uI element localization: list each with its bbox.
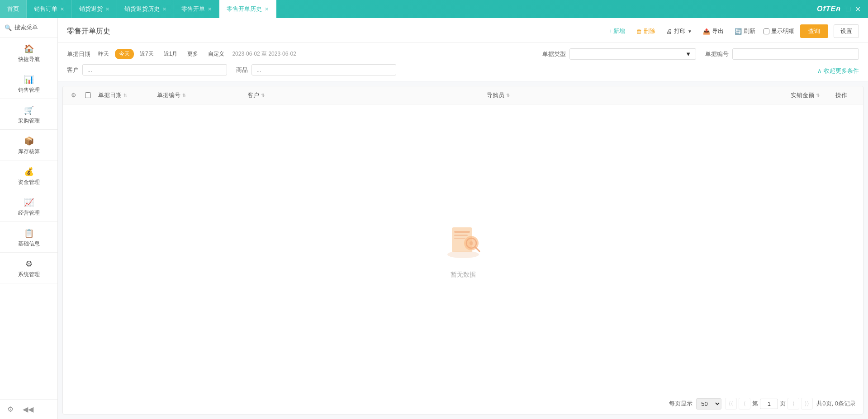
- doc-num-input[interactable]: [732, 48, 859, 60]
- add-button[interactable]: + 新增: [606, 25, 628, 37]
- doc-type-select[interactable]: ▼: [569, 48, 696, 60]
- tab-close-retail-open-history[interactable]: ✕: [265, 6, 269, 12]
- print-button[interactable]: 🖨 打印 ▼: [664, 25, 695, 37]
- goods-input[interactable]: ...: [251, 64, 396, 75]
- col-header-amount[interactable]: 实销金额 ⇅: [769, 91, 823, 99]
- sidebar-item-finance[interactable]: 💰 资金管理: [0, 160, 57, 191]
- tab-label-home: 首页: [7, 5, 19, 13]
- sidebar-item-system-mgmt[interactable]: ⚙ 系统管理: [0, 253, 57, 283]
- sidebar-item-sales-mgmt[interactable]: 📊 销售管理: [0, 68, 57, 99]
- filter-client: 客户 ...: [67, 64, 227, 75]
- tab-close-sales-order[interactable]: ✕: [60, 6, 64, 12]
- sidebar-label-purchase-mgmt: 采购管理: [18, 117, 40, 125]
- sidebar-icon-operations: 📈: [24, 198, 34, 207]
- tab-label-retail-open: 零售开单: [181, 5, 205, 13]
- tab-home[interactable]: 首页: [0, 0, 27, 18]
- sidebar-search[interactable]: 🔍 搜索采单: [0, 18, 57, 38]
- empty-state: 暂无数据: [63, 104, 863, 393]
- table-area: ⚙ 单据日期 ⇅ 单据编号 ⇅ 客户 ⇅: [62, 86, 863, 414]
- svg-rect-2: [454, 231, 470, 233]
- sidebar-label-operations: 经营管理: [18, 209, 40, 217]
- date-btn-custom[interactable]: 自定义: [204, 49, 228, 59]
- date-btn-more[interactable]: 更多: [183, 49, 202, 59]
- tab-sales-return[interactable]: 销货退货✕: [72, 0, 117, 18]
- filter-row-1: 单据日期 昨天 今天 近7天 近1月 更多 自定义 2023-06-02 至 2…: [67, 48, 859, 60]
- brand-logo: OfTEn: [817, 5, 841, 13]
- tab-close-sales-return[interactable]: ✕: [105, 6, 109, 12]
- table-select-all-checkbox[interactable]: [81, 92, 95, 98]
- goods-label: 商品: [236, 66, 248, 74]
- doc-type-label: 单据类型: [542, 50, 566, 58]
- sidebar-item-operations[interactable]: 📈 经营管理: [0, 191, 57, 222]
- sidebar-item-purchase-mgmt[interactable]: 🛒 采购管理: [0, 99, 57, 130]
- client-input[interactable]: ...: [82, 64, 227, 75]
- export-button[interactable]: 📤 导出: [700, 25, 726, 37]
- col-header-date[interactable]: 单据日期 ⇅: [95, 91, 153, 99]
- setting-button[interactable]: 设置: [834, 24, 859, 38]
- sidebar-item-basic-info[interactable]: 📋 基础信息: [0, 222, 57, 253]
- tab-retail-open[interactable]: 零售开单✕: [174, 0, 219, 18]
- client-label: 客户: [67, 66, 79, 74]
- col-client-sort-icon: ⇅: [261, 93, 265, 98]
- close-button[interactable]: ✕: [855, 5, 861, 14]
- tab-label-sales-order: 销售订单: [34, 5, 57, 13]
- sidebar-icon-system-mgmt: ⚙: [25, 259, 33, 269]
- pagination: 每页显示 50 10 20 100 ⟨⟨ ⟨ 第 页 ⟩ ⟩⟩ 共0页, 0条记…: [63, 393, 863, 414]
- date-filter-buttons: 昨天 今天 近7天 近1月 更多 自定义: [94, 49, 228, 59]
- tab-label-retail-open-history: 零售开单历史: [227, 5, 262, 13]
- maximize-button[interactable]: □: [846, 5, 850, 13]
- collapse-sidebar-icon[interactable]: ◀◀: [23, 405, 33, 414]
- col-num-label: 单据编号: [157, 91, 180, 99]
- last-page-button[interactable]: ⟩⟩: [801, 398, 813, 410]
- sidebar-label-inventory: 库存核算: [18, 148, 40, 155]
- svg-rect-3: [454, 235, 468, 236]
- svg-line-7: [476, 248, 479, 251]
- per-page-label: 每页显示: [669, 400, 693, 408]
- col-header-guide[interactable]: 导购员 ⇅: [483, 91, 537, 99]
- collapse-filter-button[interactable]: ∧ 收起更多条件: [817, 67, 859, 75]
- query-button[interactable]: 查询: [800, 24, 828, 38]
- sidebar-search-label: 搜索采单: [14, 24, 38, 32]
- doc-num-label: 单据编号: [705, 50, 729, 58]
- tab-sales-order[interactable]: 销售订单✕: [27, 0, 72, 18]
- next-page-button[interactable]: ⟩: [787, 398, 799, 410]
- delete-button[interactable]: 🗑 删除: [633, 25, 658, 37]
- sidebar-icon-inventory: 📦: [24, 136, 34, 146]
- per-page-select[interactable]: 50 10 20 100: [696, 398, 721, 410]
- settings-icon[interactable]: ⚙: [7, 405, 14, 414]
- date-btn-today[interactable]: 今天: [115, 49, 134, 59]
- page-input[interactable]: [760, 399, 778, 409]
- col-header-client[interactable]: 客户 ⇅: [244, 91, 483, 99]
- date-btn-1month[interactable]: 近1月: [160, 49, 182, 59]
- sidebar-item-quick-nav[interactable]: 🏠 快捷导航: [0, 38, 57, 68]
- col-amount-label: 实销金额: [791, 91, 814, 99]
- col-guide-sort-icon: ⇅: [506, 93, 510, 98]
- page-word: 第: [752, 400, 758, 408]
- date-btn-yesterday[interactable]: 昨天: [94, 49, 113, 59]
- display-detail-checkbox[interactable]: [764, 28, 769, 34]
- tab-close-sales-return-history[interactable]: ✕: [162, 6, 166, 12]
- empty-text: 暂无数据: [451, 271, 476, 279]
- tab-sales-return-history[interactable]: 销货退货历史✕: [117, 0, 174, 18]
- delete-icon: 🗑: [636, 28, 642, 35]
- table-header: ⚙ 单据日期 ⇅ 单据编号 ⇅ 客户 ⇅: [63, 86, 863, 104]
- tab-label-sales-return-history: 销货退货历史: [124, 5, 160, 13]
- table-settings-icon[interactable]: ⚙: [66, 92, 81, 99]
- sidebar-icon-sales-mgmt: 📊: [24, 75, 34, 85]
- refresh-button[interactable]: 🔄 刷新: [732, 25, 758, 37]
- date-btn-7days[interactable]: 近7天: [136, 49, 158, 59]
- first-page-button[interactable]: ⟨⟨: [725, 398, 737, 410]
- page-header: 零售开单历史 + 新增 🗑 删除 🖨 打印 ▼ 📤 导出 🔄: [58, 18, 868, 43]
- display-detail-checkbox-label[interactable]: 显示明细: [764, 27, 795, 35]
- tab-close-retail-open[interactable]: ✕: [208, 6, 212, 12]
- tab-label-sales-return: 销货退货: [79, 5, 103, 13]
- sidebar-item-inventory[interactable]: 📦 库存核算: [0, 130, 57, 160]
- filter-area: 单据日期 昨天 今天 近7天 近1月 更多 自定义 2023-06-02 至 2…: [58, 43, 868, 81]
- filter-doc-num: 单据编号: [705, 48, 859, 60]
- tab-retail-open-history[interactable]: 零售开单历史✕: [219, 0, 276, 18]
- sidebar-label-sales-mgmt: 销售管理: [18, 86, 40, 94]
- date-label: 单据日期: [67, 50, 90, 58]
- pagination-nav: ⟨⟨ ⟨ 第 页 ⟩ ⟩⟩: [725, 398, 813, 410]
- col-header-num[interactable]: 单据编号 ⇅: [153, 91, 244, 99]
- prev-page-button[interactable]: ⟨: [739, 398, 750, 410]
